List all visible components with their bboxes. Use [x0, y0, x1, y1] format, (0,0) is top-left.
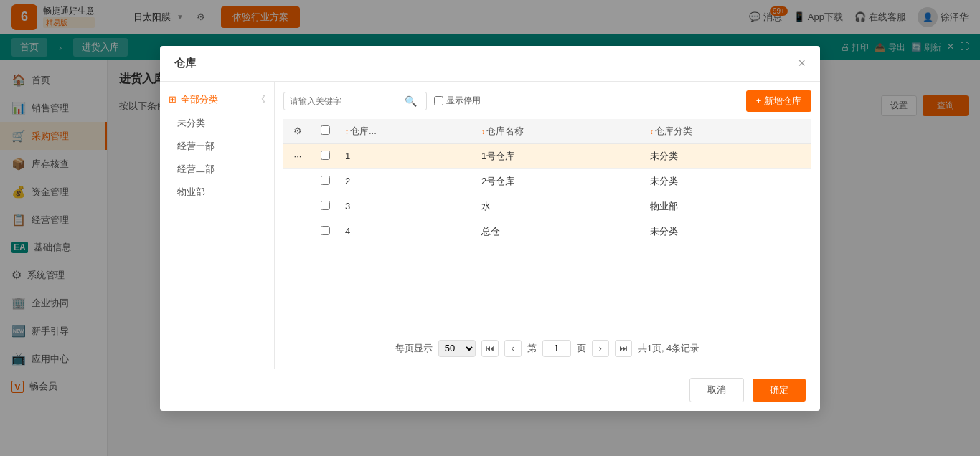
- page-suffix: 页: [577, 342, 586, 355]
- category-all-label: ⊞ 全部分类: [169, 93, 218, 106]
- row-index: 3: [338, 194, 474, 219]
- table-row[interactable]: ··· 1 1号仓库 未分类: [283, 143, 811, 168]
- row-actions: [283, 194, 312, 219]
- col-name: ↕仓库名称: [474, 119, 643, 144]
- select-all-checkbox[interactable]: [321, 125, 330, 135]
- first-page-button[interactable]: ⏮: [481, 340, 499, 357]
- row-name: 总仓: [474, 219, 643, 244]
- sort-icon: ↕: [345, 128, 349, 136]
- row-actions: ···: [283, 143, 312, 168]
- per-page-select[interactable]: 50 10 20 100: [438, 340, 476, 357]
- pagination: 每页显示 50 10 20 100 ⏮ ‹ 第 页 › ⏭ 共1页, 4条记录: [283, 331, 811, 360]
- show-disabled-label: 显示停用: [434, 95, 481, 107]
- table-header-row: ⚙ ↕仓库... ↕仓库名称: [283, 119, 811, 144]
- confirm-button[interactable]: 确定: [753, 379, 806, 402]
- row-category: 未分类: [643, 143, 811, 168]
- page-input[interactable]: [542, 340, 571, 357]
- modal-footer: 取消 确定: [160, 369, 820, 411]
- next-page-button[interactable]: ›: [592, 340, 609, 357]
- row-index: 1: [338, 143, 474, 168]
- prev-page-button[interactable]: ‹: [504, 340, 522, 357]
- row-actions: [283, 219, 312, 244]
- table-panel: 🔍 显示停用 + 新增仓库 ⚙: [275, 82, 820, 369]
- grid-icon: ⊞: [169, 94, 176, 105]
- category-item-property[interactable]: 物业部: [160, 181, 274, 204]
- modal-title: 仓库: [174, 57, 196, 70]
- row-category: 未分类: [643, 219, 811, 244]
- modal-close-button[interactable]: ×: [798, 56, 806, 71]
- row-category: 物业部: [643, 194, 811, 219]
- col-index: ↕仓库...: [338, 119, 474, 144]
- category-header[interactable]: ⊞ 全部分类 《: [160, 87, 274, 112]
- row-code: 1号仓库: [474, 143, 643, 168]
- table-row[interactable]: 2 2号仓库 未分类: [283, 168, 811, 194]
- row-checkbox[interactable]: [321, 151, 330, 160]
- category-item-unclassified[interactable]: 未分类: [160, 112, 274, 135]
- total-info: 共1页, 4条记录: [638, 342, 700, 355]
- row-checkbox-cell: [312, 168, 338, 194]
- row-checkbox-cell: [312, 219, 338, 244]
- col-checkbox: [312, 119, 338, 144]
- add-warehouse-button[interactable]: + 新增仓库: [746, 90, 811, 112]
- last-page-button[interactable]: ⏭: [615, 340, 632, 357]
- col-category: ↕仓库分类: [643, 119, 811, 144]
- search-input[interactable]: [290, 96, 405, 106]
- row-actions: [283, 168, 312, 194]
- category-item-ops2[interactable]: 经营二部: [160, 158, 274, 181]
- warehouse-table: ⚙ ↕仓库... ↕仓库名称: [283, 119, 811, 244]
- warehouse-modal: 仓库 × ⊞ 全部分类 《 未分类 经营一部 经营二部 物业部: [160, 46, 820, 411]
- category-item-ops1[interactable]: 经营一部: [160, 135, 274, 158]
- collapse-icon[interactable]: 《: [257, 93, 265, 105]
- category-panel: ⊞ 全部分类 《 未分类 经营一部 经营二部 物业部: [160, 82, 275, 369]
- row-name: 水: [474, 194, 643, 219]
- sort-icon-cat: ↕: [650, 128, 654, 136]
- table-row[interactable]: 4 总仓 未分类: [283, 219, 811, 244]
- row-name: 2号仓库: [474, 168, 643, 194]
- modal-header: 仓库 ×: [160, 46, 820, 82]
- table-row[interactable]: 3 水 物业部: [283, 194, 811, 219]
- sort-icon-name: ↕: [481, 128, 485, 136]
- row-index: 4: [338, 219, 474, 244]
- search-icon[interactable]: 🔍: [405, 95, 417, 107]
- modal-overlay: 仓库 × ⊞ 全部分类 《 未分类 经营一部 经营二部 物业部: [0, 0, 980, 456]
- per-page-label: 每页显示: [395, 342, 433, 355]
- row-checkbox-cell: [312, 143, 338, 168]
- show-disabled-checkbox[interactable]: [434, 96, 443, 105]
- row-checkbox[interactable]: [321, 176, 330, 185]
- row-checkbox-cell: [312, 194, 338, 219]
- col-settings: ⚙: [283, 119, 312, 144]
- search-box: 🔍: [283, 92, 427, 110]
- page-label: 第: [527, 342, 537, 355]
- row-category: 未分类: [643, 168, 811, 194]
- row-checkbox[interactable]: [321, 226, 330, 235]
- table-toolbar: 🔍 显示停用 + 新增仓库: [283, 90, 811, 112]
- modal-body: ⊞ 全部分类 《 未分类 经营一部 经营二部 物业部 🔍: [160, 82, 820, 369]
- row-checkbox[interactable]: [321, 201, 330, 210]
- row-index: 2: [338, 168, 474, 194]
- table-container: ⚙ ↕仓库... ↕仓库名称: [283, 119, 811, 331]
- cancel-button[interactable]: 取消: [689, 378, 744, 402]
